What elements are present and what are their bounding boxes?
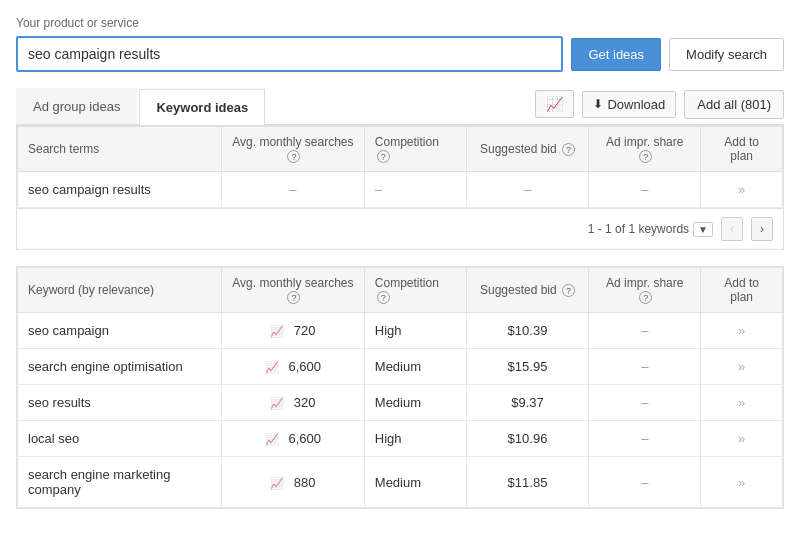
add-all-button[interactable]: Add all (801) [684,90,784,119]
keyword-cell: search engine marketing company [18,457,222,508]
col-label-keyword: Keyword (by relevance) [28,283,154,297]
keyword-cell: seo results [18,385,222,421]
trend-chart-icon: 📈 [546,96,563,112]
col-ad-impr-st: Ad impr. share ? [589,127,701,172]
table-row: seo results 📈 320 Medium $9.37 – » [18,385,783,421]
competition-kw-cell: High [364,313,466,349]
keywords-header-row: Keyword (by relevance) Avg. monthly sear… [18,268,783,313]
suggested-bid-kw-cell: $15.95 [466,349,588,385]
avg-monthly-kw-cell: 📈 6,600 [222,421,365,457]
ad-impr-help-icon-st[interactable]: ? [639,150,652,163]
col-add-to-plan-kw: Add to plan [701,268,783,313]
col-search-terms: Search terms [18,127,222,172]
add-to-plan-kw-cell[interactable]: » [701,349,783,385]
keywords-table-wrapper: Keyword (by relevance) Avg. monthly sear… [16,266,784,509]
tabs-bar: Ad group ideas Keyword ideas 📈 ⬇ Downloa… [16,88,784,125]
add-to-plan-kw-cell[interactable]: » [701,385,783,421]
get-ideas-button[interactable]: Get ideas [571,38,661,71]
search-term-cell: seo campaign results [18,172,222,208]
col-label-avg-monthly-kw: Avg. monthly searches [232,276,353,290]
col-ad-impr-kw: Ad impr. share ? [589,268,701,313]
avg-monthly-help-icon-kw[interactable]: ? [287,291,300,304]
ad-impr-kw-cell: – [589,313,701,349]
table-row: local seo 📈 6,600 High $10.96 – » [18,421,783,457]
tab-keyword-ideas[interactable]: Keyword ideas [139,89,265,125]
competition-cell: – [364,172,466,208]
ad-impr-kw-cell: – [589,421,701,457]
keywords-table: Keyword (by relevance) Avg. monthly sear… [17,267,783,508]
search-terms-header-row: Search terms Avg. monthly searches ? Com… [18,127,783,172]
pagination-row: 1 - 1 of 1 keywords ▼ ‹ › [16,209,784,250]
add-to-plan-kw-cell[interactable]: » [701,421,783,457]
download-button[interactable]: ⬇ Download [582,91,676,118]
col-suggested-bid-kw: Suggested bid ? [466,268,588,313]
keyword-cell: search engine optimisation [18,349,222,385]
add-to-plan-cell[interactable]: » [701,172,783,208]
avg-monthly-kw-cell: 📈 880 [222,457,365,508]
avg-monthly-kw-cell: 📈 720 [222,313,365,349]
chart-icon-button[interactable]: 📈 [535,90,574,118]
suggested-bid-kw-cell: $9.37 [466,385,588,421]
search-terms-table: Search terms Avg. monthly searches ? Com… [17,126,783,208]
col-label-search-terms: Search terms [28,142,99,156]
col-add-to-plan-st: Add to plan [701,127,783,172]
next-page-button[interactable]: › [751,217,773,241]
suggested-bid-help-icon-kw[interactable]: ? [562,284,575,297]
pagination-dropdown-icon[interactable]: ▼ [693,222,713,237]
competition-help-icon-st[interactable]: ? [377,150,390,163]
col-label-avg-monthly-st: Avg. monthly searches [232,135,353,149]
modify-search-button[interactable]: Modify search [669,38,784,71]
table-row: seo campaign results – – – – » [18,172,783,208]
keyword-cell: local seo [18,421,222,457]
search-terms-table-wrapper: Search terms Avg. monthly searches ? Com… [16,125,784,209]
trend-icon: 📈 [270,325,284,337]
search-input[interactable] [16,36,563,72]
pagination-count: 1 - 1 of 1 keywords [588,222,689,236]
col-label-ad-impr-st: Ad impr. share [606,135,683,149]
col-label-ad-impr-kw: Ad impr. share [606,276,683,290]
product-service-label: Your product or service [16,16,784,30]
col-label-add-to-plan-st: Add to plan [724,135,759,163]
col-keyword: Keyword (by relevance) [18,268,222,313]
tabs: Ad group ideas Keyword ideas [16,88,535,124]
suggested-bid-kw-cell: $10.96 [466,421,588,457]
col-label-suggested-bid-st: Suggested bid [480,142,557,156]
avg-monthly-cell: – [222,172,365,208]
competition-kw-cell: Medium [364,349,466,385]
prev-page-button[interactable]: ‹ [721,217,743,241]
ad-impr-kw-cell: – [589,349,701,385]
trend-icon: 📈 [265,361,279,373]
table-row: search engine marketing company 📈 880 Me… [18,457,783,508]
pagination-text: 1 - 1 of 1 keywords ▼ [588,222,713,237]
avg-monthly-kw-cell: 📈 6,600 [222,349,365,385]
suggested-bid-cell: – [466,172,588,208]
download-label: Download [607,97,665,112]
ad-impr-help-icon-kw[interactable]: ? [639,291,652,304]
tab-controls: 📈 ⬇ Download Add all (801) [535,90,784,123]
trend-icon: 📈 [270,477,284,489]
col-competition-st: Competition ? [364,127,466,172]
competition-help-icon-kw[interactable]: ? [377,291,390,304]
suggested-bid-help-icon-st[interactable]: ? [562,143,575,156]
competition-kw-cell: Medium [364,457,466,508]
ad-impr-kw-cell: – [589,385,701,421]
col-label-suggested-bid-kw: Suggested bid [480,283,557,297]
col-suggested-bid-st: Suggested bid ? [466,127,588,172]
suggested-bid-kw-cell: $10.39 [466,313,588,349]
trend-icon: 📈 [265,433,279,445]
col-competition-kw: Competition ? [364,268,466,313]
competition-kw-cell: Medium [364,385,466,421]
add-to-plan-kw-cell[interactable]: » [701,313,783,349]
col-avg-monthly-st: Avg. monthly searches ? [222,127,365,172]
tab-ad-group-ideas[interactable]: Ad group ideas [16,88,137,124]
col-avg-monthly-kw: Avg. monthly searches ? [222,268,365,313]
col-label-add-to-plan-kw: Add to plan [724,276,759,304]
avg-monthly-help-icon-st[interactable]: ? [287,150,300,163]
avg-monthly-kw-cell: 📈 320 [222,385,365,421]
trend-icon: 📈 [270,397,284,409]
download-icon: ⬇ [593,97,603,111]
col-label-competition-kw: Competition [375,276,439,290]
col-label-competition-st: Competition [375,135,439,149]
add-to-plan-kw-cell[interactable]: » [701,457,783,508]
competition-kw-cell: High [364,421,466,457]
